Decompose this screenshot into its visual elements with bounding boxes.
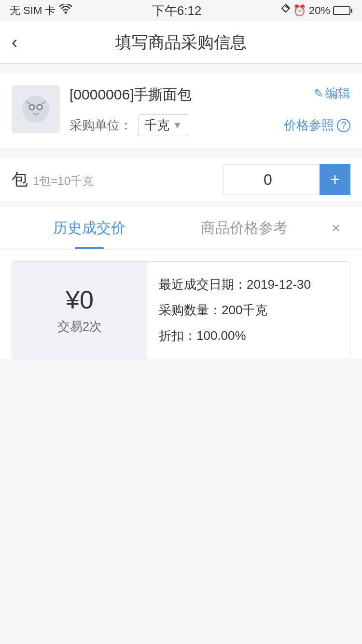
discount-item: 折扣：100.00% [159, 326, 338, 345]
quantity-input[interactable] [223, 164, 320, 195]
product-unit-row: 采购单位： 千克 ▼ 价格参照 ? [70, 114, 350, 136]
discount-label: 折扣： [159, 328, 196, 343]
location-icon [281, 4, 290, 17]
edit-icon: ✎ [314, 87, 323, 100]
svg-point-0 [65, 12, 67, 14]
status-time: 下午6:12 [152, 2, 202, 19]
transaction-right: 最近成交日期：2019-12-30 采购数量：200千克 折扣：100.00% [147, 262, 350, 359]
recent-date-label: 最近成交日期： [159, 277, 247, 292]
quantity-detail-value: 200千克 [222, 303, 267, 317]
product-section: [0000006]手撕面包 ✎ 编辑 采购单位： 千克 ▼ 价格参照 ? [0, 73, 362, 148]
price-ref-button[interactable]: 价格参照 ? [284, 117, 350, 134]
edit-button[interactable]: ✎ 编辑 [314, 85, 350, 102]
page-title: 填写商品采购信息 [115, 31, 247, 54]
carrier-text: 无 SIM 卡 [10, 3, 56, 18]
quantity-item: 采购数量：200千克 [159, 301, 338, 320]
tab-price-ref-label: 商品价格参考 [201, 218, 288, 238]
quantity-unit-hint: 1包=10千克 [33, 173, 94, 189]
battery-icon [333, 6, 352, 15]
wifi-icon [59, 4, 72, 17]
quantity-unit-name: 包 [12, 168, 28, 191]
back-button[interactable]: ‹ [12, 32, 17, 53]
svg-point-1 [22, 96, 49, 123]
section-divider-1 [0, 148, 362, 157]
quantity-input-group: + [223, 164, 350, 195]
svg-point-5 [38, 106, 41, 109]
unit-select[interactable]: 千克 ▼ [138, 114, 188, 136]
discount-value: 100.00% [196, 328, 246, 343]
tab-indicator [75, 247, 104, 249]
tabs: 历史成交价 商品价格参考 × [0, 207, 362, 250]
recent-date-item: 最近成交日期：2019-12-30 [159, 275, 338, 294]
price-value: 0 [80, 286, 94, 314]
product-info: [0000006]手撕面包 ✎ 编辑 采购单位： 千克 ▼ 价格参照 ? [70, 85, 350, 136]
bottom-panel: 历史成交价 商品价格参考 × ¥0 交易2次 最近成交日期：2019-12-30… [0, 207, 362, 359]
quantity-label: 采购数量： [159, 303, 222, 317]
product-name: [0000006]手撕面包 [70, 85, 192, 105]
transaction-left: ¥0 交易2次 [12, 262, 147, 359]
battery-percentage: 20% [309, 4, 330, 17]
transaction-card: ¥0 交易2次 最近成交日期：2019-12-30 采购数量：200千克 折扣：… [12, 261, 350, 359]
svg-point-4 [30, 106, 33, 109]
price-ref-label: 价格参照 [284, 117, 334, 134]
tab-price-ref[interactable]: 商品价格参考 [167, 207, 321, 249]
recent-date-value: 2019-12-30 [247, 277, 311, 292]
tab-history-price[interactable]: 历史成交价 [12, 207, 167, 249]
transaction-price: ¥0 [66, 285, 94, 314]
unit-value: 千克 [144, 117, 169, 134]
quantity-section: 包 1包=10千克 + [0, 158, 362, 201]
status-left: 无 SIM 卡 [10, 3, 72, 18]
unit-label: 采购单位： [70, 118, 132, 132]
alarm-icon: ⏰ [293, 4, 306, 17]
tab-close-button[interactable]: × [321, 207, 350, 249]
nav-bar: ‹ 填写商品采购信息 [0, 21, 362, 64]
quantity-plus-button[interactable]: + [320, 164, 350, 195]
product-image [12, 85, 60, 133]
transaction-count: 交易2次 [57, 318, 102, 335]
info-icon: ? [337, 119, 350, 132]
quantity-label-group: 包 1包=10千克 [12, 168, 94, 191]
price-symbol: ¥ [66, 286, 80, 314]
status-bar: 无 SIM 卡 下午6:12 ⏰ 20% [0, 0, 362, 21]
dropdown-arrow-icon: ▼ [172, 120, 182, 131]
unit-label-group: 采购单位： 千克 ▼ [70, 114, 188, 136]
tab-history-label: 历史成交价 [53, 218, 125, 238]
status-right: ⏰ 20% [281, 4, 352, 17]
product-header: [0000006]手撕面包 ✎ 编辑 [70, 85, 350, 105]
